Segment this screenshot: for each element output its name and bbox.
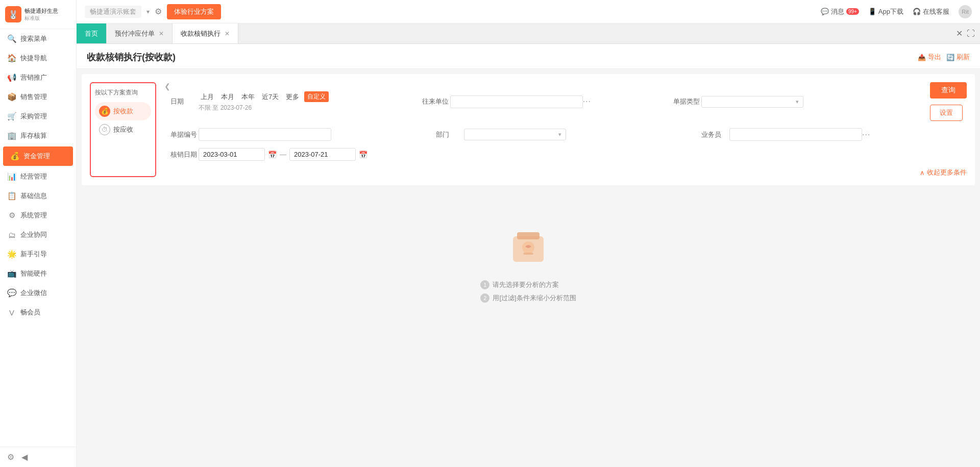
sidebar-item-weixin[interactable]: 💬企业微信 xyxy=(0,283,76,303)
partner-dots-button[interactable]: ··· xyxy=(583,97,591,106)
salesperson-dots-button[interactable]: ··· xyxy=(862,130,870,139)
sidebar-item-system[interactable]: ⚙系统管理 xyxy=(0,206,76,225)
empty-state: 1 请先选择要分析的方案 2 用[过滤]条件来缩小分析范围 xyxy=(77,190,980,337)
writeoff-date-start-input[interactable]: 2023-03-01 xyxy=(199,148,265,161)
export-icon: 📤 xyxy=(918,54,926,61)
filter-option-by-receipt[interactable]: 💰 按收款 xyxy=(95,102,151,120)
date-this-month-btn[interactable]: 本月 xyxy=(219,91,236,103)
topbar-gear-icon[interactable]: ⚙ xyxy=(155,7,162,16)
refresh-button[interactable]: 🔄 刷新 xyxy=(946,53,970,62)
date-7days-btn[interactable]: 近7天 xyxy=(260,91,281,103)
topbar-right: 💬 消息 99+ 📱 App下载 🎧 在线客服 Rit xyxy=(821,5,972,18)
collapse-filter-sidebar-icon[interactable]: ❮ xyxy=(164,82,170,177)
export-button[interactable]: 📤 导出 xyxy=(918,53,941,62)
tab-receipt-writeoff[interactable]: 收款核销执行 ✕ xyxy=(173,23,238,43)
sidebar-item-basic-info[interactable]: 📋基础信息 xyxy=(0,186,76,206)
svg-rect-1 xyxy=(517,232,540,239)
tip-num-1: 1 xyxy=(480,280,489,289)
company-name: 畅捷通演示账套 xyxy=(85,6,141,18)
partner-filter-field: 往来单位 ··· xyxy=(422,95,674,108)
refresh-label: 刷新 xyxy=(957,53,970,62)
tab-receipt-writeoff-close-icon[interactable]: ✕ xyxy=(225,30,230,37)
sidebar-item-operations[interactable]: 📊经营管理 xyxy=(0,167,76,186)
salesperson-input[interactable] xyxy=(729,128,862,141)
tab-prepay-label: 预付冲应付单 xyxy=(115,29,155,38)
sidebar-item-inventory[interactable]: 🏢库存核算 xyxy=(0,126,76,145)
filter-row-3: 核销日期 2023-03-01 📅 — 2023-07-21 📅 xyxy=(170,148,967,161)
chevron-up-icon: ∧ xyxy=(920,169,925,177)
by-receipt-label: 按收款 xyxy=(113,107,133,116)
sidebar-item-sales[interactable]: 📦销售管理 xyxy=(0,87,76,107)
by-receipt-icon: 💰 xyxy=(99,106,110,117)
message-button[interactable]: 💬 消息 99+ xyxy=(821,7,859,16)
docno-label: 单据编号 xyxy=(170,130,199,139)
weixin-label: 企业微信 xyxy=(20,288,47,298)
sidebar-item-finance[interactable]: 💰资金管理 xyxy=(3,146,73,166)
date-custom-btn[interactable]: 自定义 xyxy=(304,91,329,102)
doc-type-filter-field: 单据类型 ▾ xyxy=(673,96,925,108)
tab-prepay-close-icon[interactable]: ✕ xyxy=(159,30,164,37)
page-title: 收款核销执行(按收款) xyxy=(87,51,176,63)
collapse-sidebar-icon[interactable]: ◀ xyxy=(21,452,28,462)
doc-type-select[interactable]: ▾ xyxy=(701,96,803,108)
topbar-chevron-icon[interactable]: ▾ xyxy=(146,8,150,15)
online-service-button[interactable]: 🎧 在线客服 xyxy=(913,7,949,16)
topbar: 畅捷通演示账套 ▾ ⚙ 体验行业方案 💬 消息 99+ 📱 App下载 🎧 在线… xyxy=(77,0,980,23)
filter-option-by-receivable[interactable]: ⏱ 按应收 xyxy=(95,120,151,139)
tab-home[interactable]: 首页 xyxy=(77,23,107,43)
collapse-more-conditions[interactable]: ∧ 收起更多条件 xyxy=(170,168,967,177)
settings-button[interactable]: 设置 xyxy=(930,105,963,121)
department-select[interactable]: ▾ xyxy=(464,129,566,140)
sidebar-item-search-menu[interactable]: 🔍搜索菜单 xyxy=(0,29,76,48)
writeoff-date-end-calendar-icon[interactable]: 📅 xyxy=(359,151,368,159)
writeoff-date-end-input[interactable]: 2023-07-21 xyxy=(289,148,356,161)
sidebar-item-member[interactable]: V畅会员 xyxy=(0,303,76,322)
partner-input[interactable] xyxy=(450,95,583,108)
finance-icon: 💰 xyxy=(10,152,19,161)
user-avatar[interactable]: Rit xyxy=(959,5,972,18)
inventory-label: 库存核算 xyxy=(20,131,47,140)
tab-home-label: 首页 xyxy=(85,29,98,38)
docno-input[interactable] xyxy=(199,128,331,141)
topbar-left: 畅捷通演示账套 ▾ ⚙ 体验行业方案 xyxy=(85,4,221,19)
logo-text-sub: 标准版 xyxy=(24,15,58,21)
industry-solution-button[interactable]: 体验行业方案 xyxy=(167,4,221,19)
tip-num-2: 2 xyxy=(480,293,489,303)
salesperson-filter-field: 业务员 ··· xyxy=(701,128,967,141)
writeoff-date-label: 核销日期 xyxy=(170,150,199,159)
settings-icon[interactable]: ⚙ xyxy=(7,452,14,462)
sidebar-item-marketing[interactable]: 📢营销推广 xyxy=(0,68,76,87)
guide-label: 新手引导 xyxy=(20,250,47,259)
sidebar-bottom: ⚙ ◀ xyxy=(0,447,76,467)
app-download-button[interactable]: 📱 App下载 xyxy=(868,7,903,16)
sidebar-item-purchase[interactable]: 🛒采购管理 xyxy=(0,107,76,126)
date-range-dash: — xyxy=(280,151,286,158)
sidebar-item-quick-nav[interactable]: 🏠快捷导航 xyxy=(0,48,76,68)
app-download-label: App下载 xyxy=(878,7,903,16)
date-last-month-btn[interactable]: 上月 xyxy=(199,91,216,103)
tab-prepay[interactable]: 预付冲应付单 ✕ xyxy=(107,23,173,43)
sales-label: 销售管理 xyxy=(20,92,47,102)
date-more-btn[interactable]: 更多 xyxy=(284,91,301,103)
filter-area: 按以下方案查询 💰 按收款 ⏱ 按应收 ❮ 日期 xyxy=(82,74,975,185)
sidebar-item-hardware[interactable]: 📺智能硬件 xyxy=(0,264,76,283)
salesperson-label: 业务员 xyxy=(701,130,729,139)
tab-expand-button[interactable]: ⛶ xyxy=(967,29,975,38)
member-label: 畅会员 xyxy=(20,308,40,317)
empty-tip-2: 2 用[过滤]条件来缩小分析范围 xyxy=(480,293,576,303)
sidebar-item-enterprise[interactable]: 🗂企业协同 xyxy=(0,225,76,244)
message-badge: 99+ xyxy=(846,8,859,15)
user-name-label: Rit xyxy=(962,9,968,15)
date-this-year-btn[interactable]: 本年 xyxy=(239,91,257,103)
query-button[interactable]: 查询 xyxy=(930,82,967,99)
enterprise-icon: 🗂 xyxy=(7,231,16,239)
filter-row-1: 日期 上月 本月 本年 近7天 更多 自定义 不限 至 2023-07-26 xyxy=(170,82,967,121)
weixin-icon: 💬 xyxy=(7,288,16,298)
tab-close-all-button[interactable]: ✕ xyxy=(956,29,963,38)
operations-label: 经营管理 xyxy=(20,172,47,181)
writeoff-date-start-calendar-icon[interactable]: 📅 xyxy=(268,151,277,159)
tabbar-actions: ✕ ⛶ xyxy=(951,23,980,43)
sidebar-item-guide[interactable]: 🌟新手引导 xyxy=(0,244,76,264)
department-chevron-icon: ▾ xyxy=(558,131,561,138)
tabbar: 首页 预付冲应付单 ✕ 收款核销执行 ✕ ✕ ⛶ xyxy=(77,23,980,44)
